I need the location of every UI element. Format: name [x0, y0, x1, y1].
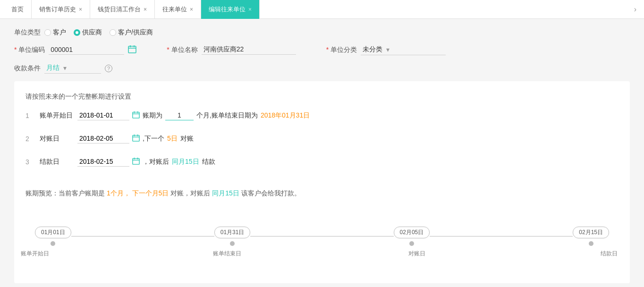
step3-calendar-icon[interactable] — [132, 157, 140, 166]
tab-home[interactable]: 首页 — [4, 0, 32, 19]
unit-classify-field: 单位分类 未分类 ▾ — [326, 44, 446, 55]
timeline-dot-3 — [589, 241, 593, 246]
step-row-2: 2 对账日 ,下一个 5日 对账 — [25, 134, 619, 144]
preview-part3: 对账，对账后 — [170, 189, 210, 197]
unit-name-label: 单位名称 — [167, 46, 197, 54]
unit-code-field: 单位编码 — [14, 45, 136, 55]
timeline-tag-2: 02月05日 — [394, 227, 430, 238]
tab-cashflow-label: 钱货日清工作台 — [98, 5, 141, 14]
step-title-2: 对账日 — [40, 135, 77, 143]
unit-name-input[interactable] — [202, 45, 296, 55]
step-row-1: 1 账单开始日 账期为 个月,账单结束日期为 2018年01月31日 — [25, 110, 619, 120]
step2-date-input[interactable] — [77, 134, 129, 144]
preview-part5: 该客户会给我打款。 — [241, 189, 301, 197]
card-hint: 请按照未来的一个完整帐期进行设置 — [25, 93, 619, 101]
timeline-node-3: 02月15日 — [573, 227, 609, 246]
unit-classify-label: 单位分类 — [326, 46, 357, 54]
period-settings-card: 请按照未来的一个完整帐期进行设置 1 账单开始日 账期为 个月,账单结束日期为 … — [14, 81, 630, 283]
step-title-3: 结款日 — [40, 158, 77, 166]
radio-group-unit-type: 客户 供应商 客户/供应商 — [44, 28, 153, 37]
step3-date-input[interactable] — [77, 157, 129, 167]
unit-code-calendar-icon[interactable] — [128, 45, 136, 55]
step-content-2: ,下一个 5日 对账 — [77, 134, 619, 144]
radio-both[interactable]: 客户/供应商 — [110, 28, 153, 37]
preview-label: 账期预览：当前客户账期是 — [25, 189, 105, 197]
payment-terms-arrow-icon: ▾ — [63, 64, 67, 72]
step1-calendar-icon[interactable] — [132, 111, 140, 120]
steps-table: 1 账单开始日 账期为 个月,账单结束日期为 2018年01月31日 2 对账日 — [25, 110, 619, 167]
unit-name-field: 单位名称 — [167, 45, 296, 55]
unit-classify-arrow-icon: ▾ — [386, 46, 390, 53]
step1-period-input[interactable] — [165, 110, 194, 120]
timeline-label-col-1: 账单结束日 — [225, 250, 229, 258]
step-row-3: 3 结款日 ，对账后 同月15日 结款 — [25, 157, 619, 167]
timeline-label-2: 对账日 — [408, 250, 425, 258]
step-num-1: 1 — [25, 112, 40, 119]
step-content-1: 账期为 个月,账单结束日期为 2018年01月31日 — [77, 110, 619, 120]
tab-cashflow-close[interactable]: × — [144, 6, 147, 13]
unit-code-input[interactable] — [49, 45, 124, 55]
timeline-line-1-2 — [250, 236, 393, 236]
radio-supplier[interactable]: 供应商 — [74, 28, 102, 37]
tab-sales-history-label: 销售订单历史 — [39, 5, 76, 14]
step-title-1: 账单开始日 — [40, 111, 77, 120]
step3-rest: 结款 — [202, 158, 215, 166]
preview-part4: 同月15日 — [212, 189, 239, 197]
svg-rect-12 — [133, 159, 139, 164]
preview-bar: 账期预览：当前客户账期是 1个月， 下一个月5日 对账，对账后 同月15日 该客… — [25, 180, 619, 199]
tab-counterpart-label: 往来单位 — [162, 5, 187, 14]
unit-type-field: 单位类型 客户 供应商 客户/供应商 — [14, 28, 153, 37]
timeline-label-col-0: 账单开始日 — [35, 250, 40, 258]
payment-terms-select[interactable]: 月结 ▾ — [44, 63, 101, 74]
timeline-node-0: 01月01日 — [35, 227, 71, 246]
timeline-tag-3: 02月15日 — [573, 227, 609, 238]
unit-info-row: 单位编码 单位名称 单位分类 未分类 ▾ — [14, 44, 630, 55]
unit-classify-value: 未分类 — [363, 45, 382, 54]
radio-both-circle — [110, 29, 116, 36]
payment-terms-field: 收款条件 月结 ▾ ? — [14, 63, 112, 74]
svg-rect-4 — [133, 112, 139, 118]
step2-rest: 对账 — [180, 135, 194, 143]
step-num-2: 2 — [25, 135, 40, 143]
radio-supplier-circle — [74, 29, 80, 36]
timeline-dot-0 — [51, 241, 55, 246]
timeline-line-2-3 — [430, 236, 573, 236]
step2-calendar-icon[interactable] — [132, 134, 140, 143]
timeline-tag-0: 01月01日 — [35, 227, 71, 238]
tab-home-label: 首页 — [11, 5, 24, 14]
radio-customer[interactable]: 客户 — [44, 28, 66, 37]
timeline-line-0-1 — [71, 236, 214, 236]
radio-both-label: 客户/供应商 — [118, 28, 153, 37]
timeline-node-2: 02月05日 — [394, 227, 430, 246]
unit-code-label: 单位编码 — [14, 46, 45, 54]
step-content-3: ，对账后 同月15日 结款 — [77, 157, 619, 167]
timeline-section: 01月01日 01月31日 02月05日 — [25, 209, 619, 272]
tab-edit-counterpart[interactable]: 编辑往来单位 × — [201, 0, 260, 19]
tab-counterpart[interactable]: 往来单位 × — [155, 0, 201, 19]
svg-rect-8 — [133, 135, 139, 141]
tab-edit-counterpart-close[interactable]: × — [248, 6, 252, 13]
preview-part2: 下一个月5日 — [132, 189, 169, 197]
tab-cashflow[interactable]: 钱货日清工作台 × — [90, 0, 155, 19]
tab-edit-counterpart-label: 编辑往来单位 — [209, 5, 246, 14]
step1-suffix-text: 账期为 — [143, 111, 162, 120]
step2-day: 5日 — [167, 135, 178, 143]
timeline-dot-1 — [230, 241, 235, 246]
tab-sales-history-close[interactable]: × — [79, 6, 82, 13]
step1-period-end: 2018年01月31日 — [261, 111, 310, 120]
step1-date-input[interactable] — [77, 110, 129, 120]
payment-terms-label: 收款条件 — [14, 64, 41, 73]
unit-classify-select[interactable]: 未分类 ▾ — [361, 44, 446, 55]
tabs-nav-arrow[interactable]: › — [630, 5, 640, 14]
unit-type-row: 单位类型 客户 供应商 客户/供应商 — [14, 28, 630, 37]
timeline-label-1: 账单结束日 — [213, 250, 241, 258]
preview-part1: 1个月， — [107, 189, 130, 197]
payment-terms-help-icon[interactable]: ? — [105, 65, 112, 72]
radio-supplier-label: 供应商 — [82, 28, 102, 37]
tab-sales-history[interactable]: 销售订单历史 × — [32, 0, 90, 19]
tab-counterpart-close[interactable]: × — [190, 6, 193, 13]
step-num-3: 3 — [25, 158, 40, 166]
timeline-node-1: 01月31日 — [214, 227, 251, 246]
main-content: 单位类型 客户 供应商 客户/供应商 单位编码 — [0, 19, 644, 287]
timeline-label-col-3: 结款日 — [604, 250, 609, 258]
